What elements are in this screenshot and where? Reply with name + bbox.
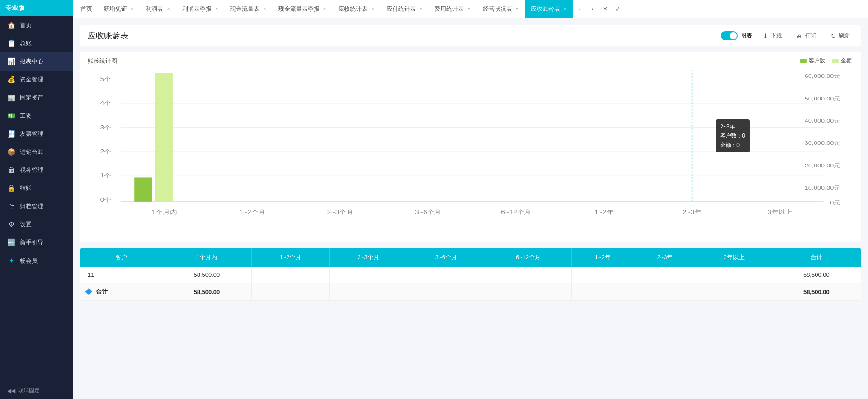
col-1-2y: 1~2年 <box>571 248 634 267</box>
sidebar: 专业版 🏠 首页 📋 总账 📊 报表中心 💰 资金管理 🏢 固定资产 💵 工资 … <box>0 0 73 399</box>
total-2-3m <box>330 283 407 301</box>
cell-2-3m <box>330 267 407 283</box>
sidebar-item-settings-label: 设置 <box>20 220 32 228</box>
tab-nav-prev[interactable]: ‹ <box>573 3 586 15</box>
sidebar-item-archive[interactable]: 🗂 归档管理 <box>0 197 73 215</box>
svg-text:2~3个月: 2~3个月 <box>327 209 353 215</box>
print-icon: 🖨 <box>797 33 802 39</box>
tab-ap-stats[interactable]: 应付统计表 × <box>381 0 429 18</box>
header-actions: 图表 ⬇ 下载 🖨 打印 ↻ 刷新 <box>721 30 854 42</box>
tab-biz-status-close[interactable]: × <box>515 6 519 12</box>
col-3-6m: 3~6个月 <box>407 248 485 267</box>
sidebar-item-invoice[interactable]: 🧾 发票管理 <box>0 125 73 143</box>
svg-text:4个: 4个 <box>100 100 111 106</box>
sidebar-item-ledger[interactable]: 📋 总账 <box>0 34 73 52</box>
sidebar-item-closing-label: 结账 <box>20 184 32 192</box>
sidebar-item-assets[interactable]: 🏢 固定资产 <box>0 89 73 107</box>
print-button[interactable]: 🖨 打印 <box>793 30 820 42</box>
tab-ar-stats-close[interactable]: × <box>370 6 375 12</box>
tab-fullscreen[interactable]: ⤢ <box>611 3 624 15</box>
table-total-row: 🔷 合计 58,500.00 58,500.00 <box>80 283 861 301</box>
sidebar-item-invoice-label: 发票管理 <box>20 130 43 138</box>
tab-profit-close[interactable]: × <box>166 6 170 12</box>
toggle-track[interactable] <box>721 31 738 40</box>
main-content: 首页 新增凭证 × 利润表 × 利润表季报 × 现金流量表 × 现金流量表季报 … <box>73 0 868 399</box>
table-header-row: 客户 1个月内 1~2个月 2~3个月 3~6个月 6~12个月 1~2年 2~… <box>80 248 861 267</box>
page-title: 应收账龄表 <box>88 30 128 41</box>
sidebar-item-home[interactable]: 🏠 首页 <box>0 16 73 34</box>
table-row: 11 58,500.00 58,500.00 <box>80 267 861 283</box>
svg-text:0个: 0个 <box>100 197 111 203</box>
svg-text:3~6个月: 3~6个月 <box>415 209 441 215</box>
svg-text:10,000.00元: 10,000.00元 <box>805 185 840 191</box>
cell-2-3y <box>634 267 696 283</box>
cell-customer: 11 <box>80 267 162 283</box>
page-content: 应收账龄表 图表 ⬇ 下载 🖨 打印 ↻ 刷新 <box>73 18 868 399</box>
svg-text:2~3年: 2~3年 <box>682 209 702 215</box>
tab-nav-next[interactable]: › <box>586 3 599 15</box>
sidebar-item-salary[interactable]: 💵 工资 <box>0 107 73 125</box>
tab-ar-stats[interactable]: 应收统计表 × <box>333 0 381 18</box>
tab-close-all[interactable]: ✕ <box>599 3 611 15</box>
total-1-2y <box>571 283 634 301</box>
tab-profit-quarter[interactable]: 利润表季报 × <box>177 0 225 18</box>
salary-icon: 💵 <box>7 112 15 120</box>
svg-text:5个: 5个 <box>100 76 111 82</box>
sidebar-item-report[interactable]: 📊 报表中心 <box>0 52 73 71</box>
tab-cashflow-close[interactable]: × <box>262 6 267 12</box>
refresh-icon: ↻ <box>831 33 836 39</box>
home-icon: 🏠 <box>7 21 15 29</box>
tab-cashflow[interactable]: 现金流量表 × <box>225 0 273 18</box>
chart-area: 5个 4个 3个 2个 1个 0个 60,000.00元 50,000.00元 … <box>88 70 854 237</box>
tab-ap-stats-close[interactable]: × <box>419 6 423 12</box>
tab-ar-aging[interactable]: 应收账龄表 × <box>525 0 573 18</box>
cell-total: 58,500.00 <box>772 267 861 283</box>
toggle-label: 图表 <box>741 32 752 40</box>
sidebar-item-guide[interactable]: 🆕 新手引导 <box>0 233 73 252</box>
archive-icon: 🗂 <box>7 203 15 210</box>
tab-voucher[interactable]: 新增凭证 × <box>98 0 140 18</box>
tab-profit-quarter-close[interactable]: × <box>214 6 219 12</box>
svg-text:60,000.00元: 60,000.00元 <box>805 73 840 79</box>
tab-profit[interactable]: 利润表 × <box>140 0 176 18</box>
sidebar-item-inventory-label: 进销台账 <box>20 148 43 156</box>
download-button[interactable]: ⬇ 下载 <box>760 30 786 42</box>
tab-expense-stats[interactable]: 费用统计表 × <box>429 0 477 18</box>
legend-customers-color <box>800 59 807 63</box>
total-3-6m <box>407 283 485 301</box>
chart-title: 账龄统计图 <box>88 57 854 65</box>
pin-label: 取消固定 <box>18 387 40 394</box>
svg-text:50,000.00元: 50,000.00元 <box>805 95 840 101</box>
tab-expense-stats-close[interactable]: × <box>467 6 471 12</box>
chart-toggle[interactable]: 图表 <box>721 31 752 40</box>
refresh-button[interactable]: ↻ 刷新 <box>827 30 854 42</box>
tab-voucher-close[interactable]: × <box>130 6 134 12</box>
tab-home[interactable]: 首页 <box>75 0 98 18</box>
sidebar-item-member[interactable]: ✦ 畅会员 <box>0 252 73 270</box>
total-label: 🔷 合计 <box>80 283 162 301</box>
sidebar-item-tax[interactable]: 🏛 税务管理 <box>0 161 73 179</box>
sidebar-toggle-pin[interactable]: ◀◀ 取消固定 <box>0 382 73 399</box>
tax-icon: 🏛 <box>7 166 15 174</box>
sidebar-item-inventory[interactable]: 📦 进销台账 <box>0 143 73 161</box>
pin-icon: ◀◀ <box>7 388 15 394</box>
sidebar-item-closing[interactable]: 🔒 结账 <box>0 179 73 197</box>
chart-container: 账龄统计图 客户数 金额 5个 4个 3个 2个 1个 <box>80 52 861 242</box>
assets-icon: 🏢 <box>7 94 15 102</box>
sidebar-item-settings[interactable]: ⚙ 设置 <box>0 215 73 233</box>
download-label: 下载 <box>770 32 782 40</box>
page-header: 应收账龄表 图表 ⬇ 下载 🖨 打印 ↻ 刷新 <box>80 25 861 46</box>
total-2-3y <box>634 283 696 301</box>
sidebar-item-capital[interactable]: 💰 资金管理 <box>0 71 73 89</box>
svg-text:1~2个月: 1~2个月 <box>239 209 265 215</box>
tab-cashflow-quarter-close[interactable]: × <box>322 6 327 12</box>
svg-text:2个: 2个 <box>100 148 111 155</box>
cell-1m: 58,500.00 <box>162 267 251 283</box>
svg-text:30,000.00元: 30,000.00元 <box>805 140 840 146</box>
data-table: 客户 1个月内 1~2个月 2~3个月 3~6个月 6~12个月 1~2年 2~… <box>80 248 861 301</box>
sidebar-item-guide-label: 新手引导 <box>20 238 43 247</box>
svg-text:40,000.00元: 40,000.00元 <box>805 118 840 124</box>
tab-ar-aging-close[interactable]: × <box>563 6 567 12</box>
tab-biz-status[interactable]: 经营状况表 × <box>477 0 525 18</box>
tab-cashflow-quarter[interactable]: 现金流量表季报 × <box>273 0 333 18</box>
